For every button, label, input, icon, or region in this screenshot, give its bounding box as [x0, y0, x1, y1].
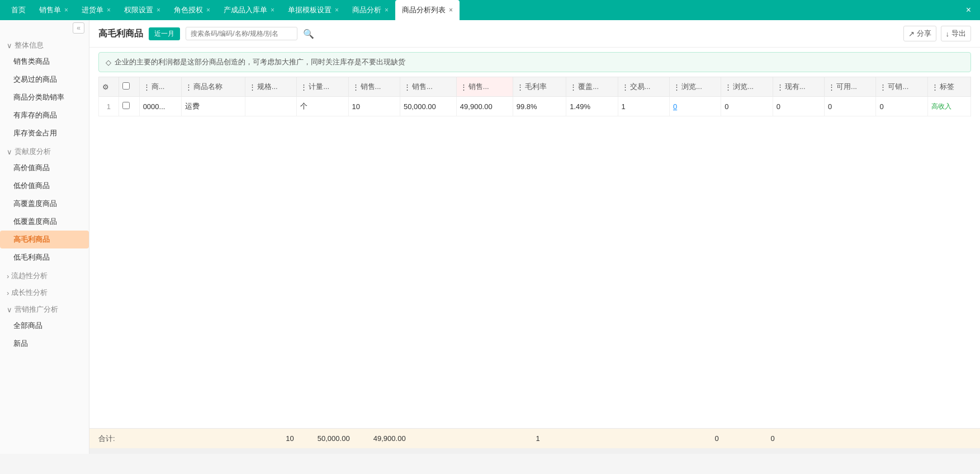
nav-sales[interactable]: 销售单 ×	[32, 0, 75, 20]
nav-product-inbound[interactable]: 产成品入库单 ×	[217, 0, 281, 20]
sidebar-item-traded-goods[interactable]: 交易过的商品	[0, 71, 89, 88]
sidebar-item-category-sales-rate[interactable]: 商品分类助销率	[0, 88, 89, 106]
sidebar: « ∨ 整体信息 销售类商品 交易过的商品 商品分类助销率 有库存的商品 库存资…	[0, 20, 89, 454]
sidebar-item-low-coverage[interactable]: 低覆盖度商品	[0, 213, 89, 231]
info-text: 企业的主要的利润都是这部分商品创造的，可考虑加大推广，同时关注库存是不要出现缺货	[115, 57, 405, 67]
group-arrow-trend: ›	[7, 272, 9, 280]
select-all-checkbox[interactable]	[122, 82, 130, 90]
close-permission-tab[interactable]: ×	[157, 6, 160, 14]
nav-goods-analysis-list[interactable]: 商品分析列表 ×	[395, 0, 460, 20]
export-button[interactable]: ↓ 导出	[941, 26, 972, 41]
row-browse2: 0	[721, 97, 773, 116]
col-unit[interactable]: ⋮ 计量...	[297, 77, 348, 97]
share-icon: ↗	[908, 30, 915, 38]
nav-goods-analysis[interactable]: 商品分析 ×	[345, 0, 395, 20]
window-close-button[interactable]: ×	[962, 5, 976, 15]
row-browse1[interactable]: 0	[669, 97, 721, 116]
footer-label: 合计:	[98, 434, 115, 444]
col-checkbox[interactable]	[119, 77, 139, 97]
search-input[interactable]	[186, 27, 297, 40]
sidebar-group-growth[interactable]: › 成长性分析	[0, 283, 89, 300]
sidebar-item-new-goods[interactable]: 新品	[0, 335, 89, 353]
close-goods-analysis-tab[interactable]: ×	[385, 6, 389, 14]
row-sales-profit: 49,900.00	[456, 97, 513, 116]
sidebar-item-sales-goods[interactable]: 销售类商品	[0, 53, 89, 71]
row-sales-amount: 50,000.00	[400, 97, 456, 116]
row-name: 运费	[181, 97, 245, 116]
col-saleable[interactable]: ⋮ 可销...	[876, 77, 927, 97]
sidebar-item-high-value[interactable]: 高价值商品	[0, 159, 89, 177]
col-sales-amount[interactable]: ⋮ 销售...	[400, 77, 456, 97]
table-row: 1 0000... 运费 个 10 50,000.00 49,900.00 99…	[99, 97, 971, 116]
page-title: 高毛利商品	[98, 28, 143, 40]
table-header-row: ⚙ ⋮ 商... ⋮ 商品名称 ⋮ 规格... ⋮ 计量... ⋮ 销售... …	[99, 77, 971, 97]
row-available1: 0	[773, 97, 824, 116]
sidebar-item-low-margin[interactable]: 低毛利商品	[0, 248, 89, 266]
group-arrow-contribution: ∨	[7, 148, 12, 156]
close-goods-analysis-list-tab[interactable]: ×	[449, 6, 453, 14]
sidebar-item-inventory-capital[interactable]: 库存资金占用	[0, 124, 89, 142]
col-settings[interactable]: ⚙	[99, 77, 119, 97]
sidebar-item-stocked-goods[interactable]: 有库存的商品	[0, 106, 89, 124]
col-browse2[interactable]: ⋮ 浏览...	[721, 77, 773, 97]
horizontal-scrollbar[interactable]	[89, 448, 980, 454]
col-tag[interactable]: ⋮ 标签	[927, 77, 970, 97]
nav-role[interactable]: 角色授权 ×	[167, 0, 217, 20]
col-code[interactable]: ⋮ 商...	[139, 77, 181, 97]
sidebar-item-high-coverage[interactable]: 高覆盖度商品	[0, 195, 89, 213]
info-icon: ◇	[106, 58, 111, 67]
tag-label: 高收入	[931, 102, 951, 110]
col-sales-profit[interactable]: ⋮ 销售...	[456, 77, 513, 97]
group-arrow-growth: ›	[7, 289, 9, 297]
content-area: 高毛利商品 近一月 🔍 ↗ 分享 ↓ 导出 ◇ 企业的主要的利润都是这部分商品创…	[89, 20, 980, 454]
row-coverage: 1.49%	[566, 97, 618, 116]
nav-template[interactable]: 单据模板设置 ×	[281, 0, 345, 20]
sidebar-group-trend[interactable]: › 流趋性分析	[0, 266, 89, 283]
col-name[interactable]: ⋮ 商品名称	[181, 77, 245, 97]
col-transactions[interactable]: ⋮ 交易...	[618, 77, 669, 97]
share-button[interactable]: ↗ 分享	[903, 26, 936, 41]
sidebar-group-contribution[interactable]: ∨ 贡献度分析	[0, 142, 89, 159]
row-available2: 0	[825, 97, 876, 116]
row-saleable: 0	[876, 97, 927, 116]
col-gross-margin[interactable]: ⋮ 毛利率	[513, 77, 566, 97]
sidebar-group-marketing[interactable]: ∨ 营销推广分析	[0, 300, 89, 317]
col-coverage[interactable]: ⋮ 覆盖...	[566, 77, 618, 97]
sidebar-item-low-value[interactable]: 低价值商品	[0, 177, 89, 195]
footer-sales-qty: 10	[249, 434, 294, 443]
group-arrow-overall: ∨	[7, 41, 12, 50]
top-navigation: 首页 销售单 × 进货单 × 权限设置 × 角色授权 × 产成品入库单 × 单据…	[0, 0, 980, 20]
row-tag: 高收入	[927, 97, 970, 116]
row-checkbox[interactable]	[122, 102, 130, 109]
row-checkbox-cell[interactable]	[119, 97, 139, 116]
content-header: 高毛利商品 近一月 🔍 ↗ 分享 ↓ 导出	[89, 20, 980, 48]
col-spec[interactable]: ⋮ 规格...	[245, 77, 296, 97]
close-sales-tab[interactable]: ×	[64, 6, 68, 14]
close-template-tab[interactable]: ×	[335, 6, 339, 14]
table-container[interactable]: ⚙ ⋮ 商... ⋮ 商品名称 ⋮ 规格... ⋮ 计量... ⋮ 销售... …	[89, 77, 980, 428]
col-available2[interactable]: ⋮ 可用...	[825, 77, 876, 97]
nav-permission[interactable]: 权限设置 ×	[117, 0, 167, 20]
col-browse1[interactable]: ⋮ 浏览...	[669, 77, 721, 97]
row-code: 0000...	[139, 97, 181, 116]
nav-home[interactable]: 首页	[4, 0, 32, 20]
col-available1[interactable]: ⋮ 现有...	[773, 77, 824, 97]
sidebar-item-high-margin[interactable]: 高毛利商品	[0, 231, 89, 248]
footer-transactions: 1	[495, 434, 540, 443]
sidebar-item-all-goods[interactable]: 全部商品	[0, 317, 89, 335]
footer-sales-amount: 50,000.00	[305, 434, 350, 443]
table-footer: 合计: 10 50,000.00 49,900.00 1 0 0	[89, 428, 980, 448]
col-sales-qty[interactable]: ⋮ 销售...	[348, 77, 400, 97]
nav-purchase[interactable]: 进货单 ×	[75, 0, 117, 20]
sidebar-collapse-button[interactable]: «	[73, 22, 84, 34]
date-filter-button[interactable]: 近一月	[149, 27, 180, 40]
sidebar-group-overall[interactable]: ∨ 整体信息	[0, 36, 89, 53]
close-role-tab[interactable]: ×	[206, 6, 210, 14]
row-unit: 个	[297, 97, 348, 116]
close-purchase-tab[interactable]: ×	[107, 6, 111, 14]
footer-available1: 0	[674, 434, 719, 443]
row-gross-margin: 99.8%	[513, 97, 566, 116]
close-product-inbound-tab[interactable]: ×	[271, 6, 274, 14]
search-icon[interactable]: 🔍	[303, 29, 314, 39]
info-banner: ◇ 企业的主要的利润都是这部分商品创造的，可考虑加大推广，同时关注库存是不要出现…	[98, 52, 971, 72]
